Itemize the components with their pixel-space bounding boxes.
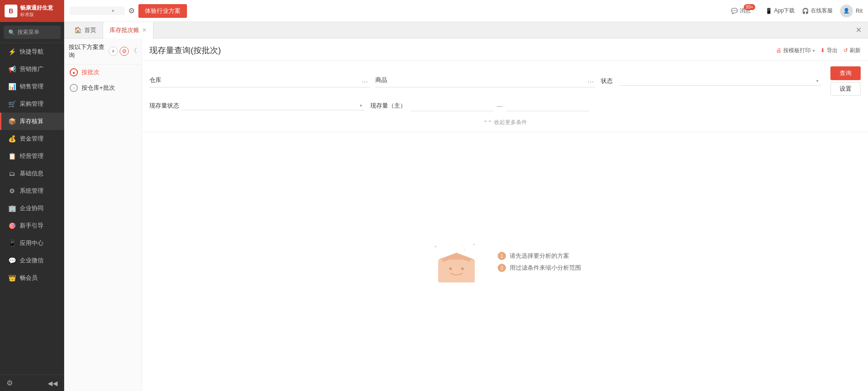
app-name-area: 畅康通好生意 标准版	[20, 5, 53, 18]
search-menu-label: 搜索菜单	[17, 28, 39, 36]
product-input[interactable]	[394, 75, 586, 85]
settings-button[interactable]: 设置	[830, 82, 861, 96]
sidebar-item-operation[interactable]: 📋 经营管理	[0, 147, 64, 165]
experience-btn[interactable]: 体验行业方案	[138, 4, 187, 18]
operation-icon: 📋	[8, 152, 16, 160]
inventory-qty-from-input[interactable]	[411, 100, 493, 111]
scheme-inactive-icon: ○	[70, 84, 78, 92]
empty-hint-2: 2 用过滤条件来缩小分析范围	[498, 264, 581, 272]
sidebar-item-system[interactable]: ⚙ 系统管理	[0, 182, 64, 200]
scheme-item-by-warehouse-batch[interactable]: ○ 按仓库+批次	[64, 80, 142, 96]
svg-point-6	[449, 267, 452, 270]
tab-close-icon[interactable]: ✕	[142, 27, 147, 33]
export-icon: ⬇	[820, 47, 825, 54]
main-content-area: 现存量查询(按批次) 🖨 按模板打印 ▾ ⬇ 导出 ↺ 刷新	[142, 38, 868, 391]
status-filter-group: 状态 ▾	[601, 76, 821, 86]
basic-icon: 🗂	[8, 169, 16, 178]
sidebar-item-finance[interactable]: 💰 资金管理	[0, 130, 64, 147]
sidebar-item-basic[interactable]: 🗂 基础信息	[0, 165, 64, 182]
app-download-icon: 📱	[765, 8, 772, 14]
inventory-qty-dash: —	[497, 103, 503, 109]
sidebar-item-appstore[interactable]: 📱 应用中心	[0, 234, 64, 252]
collapse-more-button[interactable]: ⌃⌃ 收起更多条件	[149, 116, 861, 126]
query-button[interactable]: 查询	[830, 66, 861, 80]
topbar-left: ▾ ⚙ 体验行业方案	[70, 4, 727, 18]
refresh-button[interactable]: ↺ 刷新	[843, 47, 861, 54]
sidebar-item-marketing[interactable]: 📢 营销推广	[0, 60, 64, 78]
sidebar-item-label: 库存核算	[20, 117, 44, 125]
sidebar-item-label: 畅会员	[20, 274, 38, 282]
sidebar-item-label: 企业协同	[20, 204, 44, 212]
scheme-settings-button[interactable]: ⚙	[120, 47, 129, 56]
scheme-panel-actions: + ⚙ 《	[109, 47, 137, 56]
topbar-gear-icon[interactable]: ⚙	[128, 6, 135, 15]
sidebar-item-enterprise[interactable]: 🏢 企业协同	[0, 200, 64, 217]
search-menu-button[interactable]: 🔍 搜索菜单	[4, 26, 60, 39]
export-label: 导出	[827, 47, 838, 54]
hint-num-1: 1	[498, 252, 506, 260]
close-all-tabs-button[interactable]: ✕	[849, 26, 868, 34]
scheme-item-by-warehouse-batch-label: 按仓库+批次	[82, 84, 115, 92]
scheme-panel-title: 按以下方案查询	[69, 43, 109, 60]
messages-item[interactable]: 💬 消息 99+	[731, 7, 751, 15]
inventory-icon: 📦	[8, 117, 16, 125]
inventory-status-select[interactable]: ▾	[181, 101, 365, 110]
print-dropdown-icon[interactable]: ▾	[813, 48, 815, 53]
scheme-collapse-icon[interactable]: 《	[131, 47, 137, 56]
user-area[interactable]: 👤 Rit	[840, 5, 863, 17]
sidebar-item-quick-nav[interactable]: ⚡ 快捷导航	[0, 43, 64, 60]
warehouse-more-icon[interactable]: ...	[360, 76, 369, 84]
sidebar-item-newuser[interactable]: 🎯 新手引导	[0, 217, 64, 234]
wechat-icon: 💬	[8, 256, 16, 265]
tab-batch-account[interactable]: 库存批次账 ✕	[103, 22, 154, 38]
page-title: 现存量查询(按批次)	[149, 45, 221, 56]
enterprise-icon: 🏢	[8, 204, 16, 212]
action-buttons: 查询 设置	[830, 66, 861, 96]
sidebar-item-member[interactable]: 👑 畅会员	[0, 269, 64, 287]
collapse-label: 收起更多条件	[494, 119, 527, 126]
product-label: 商品	[375, 76, 394, 84]
member-icon: 👑	[8, 274, 16, 282]
status-select[interactable]: ▾	[619, 76, 821, 86]
empty-hint-1: 1 请先选择要分析的方案	[498, 252, 581, 260]
newuser-icon: 🎯	[8, 222, 16, 230]
sidebar-collapse-icon[interactable]: ◀◀	[48, 380, 58, 387]
print-button[interactable]: 🖨 按模板打印 ▾	[776, 47, 815, 54]
sidebar-item-label: 采购管理	[20, 100, 44, 108]
scheme-item-by-batch-label: 按批次	[82, 68, 99, 76]
scheme-item-by-batch[interactable]: ● 按批次	[64, 65, 142, 80]
refresh-label: 刷新	[850, 47, 861, 54]
app-download-item[interactable]: 📱 App下载	[765, 7, 795, 15]
appstore-icon: 📱	[8, 239, 16, 247]
sidebar-item-label: 企业微信	[20, 256, 44, 265]
add-scheme-button[interactable]: +	[109, 47, 118, 56]
warehouse-input[interactable]	[168, 75, 360, 85]
customer-service-item[interactable]: 🎧 在线客服	[802, 7, 833, 15]
refresh-icon: ↺	[843, 47, 848, 54]
page-actions: 🖨 按模板打印 ▾ ⬇ 导出 ↺ 刷新	[776, 47, 861, 54]
scheme-active-icon: ●	[70, 68, 78, 76]
svg-rect-0	[438, 260, 475, 282]
sidebar-item-inventory[interactable]: 📦 库存核算	[0, 113, 64, 130]
scheme-panel-header: 按以下方案查询 + ⚙ 《	[64, 38, 142, 65]
system-icon: ⚙	[8, 187, 16, 195]
product-more-icon[interactable]: ...	[586, 76, 595, 84]
sidebar-item-purchase[interactable]: 🛒 采购管理	[0, 95, 64, 113]
sidebar-item-label: 新手引导	[20, 222, 44, 230]
warehouse-filter-group: 仓库 ...	[149, 75, 370, 87]
inventory-qty-to-input[interactable]	[506, 100, 589, 111]
sidebar-settings-icon[interactable]: ⚙	[6, 379, 13, 387]
inventory-qty-label: 现存量（主）	[370, 102, 407, 110]
inventory-qty-filter-group: 现存量（主） —	[370, 100, 589, 111]
export-button[interactable]: ⬇ 导出	[820, 47, 838, 54]
topbar-dropdown-arrow-icon[interactable]: ▾	[112, 8, 114, 13]
page-content: 按以下方案查询 + ⚙ 《 ● 按批次 ○ 按仓库+批次 现存量查询(按批次)	[64, 38, 868, 391]
print-label: 按模板打印	[783, 47, 811, 54]
tab-home[interactable]: 🏠 首页	[68, 22, 103, 38]
sidebar-item-wechat[interactable]: 💬 企业微信	[0, 252, 64, 269]
messages-icon: 💬	[731, 8, 738, 14]
hint-num-2: 2	[498, 264, 506, 272]
sidebar-item-sales[interactable]: 📊 销售管理	[0, 78, 64, 95]
filter-area: 仓库 ... 商品 ... 状态 ▾	[142, 61, 868, 132]
customer-service-icon: 🎧	[802, 8, 809, 14]
